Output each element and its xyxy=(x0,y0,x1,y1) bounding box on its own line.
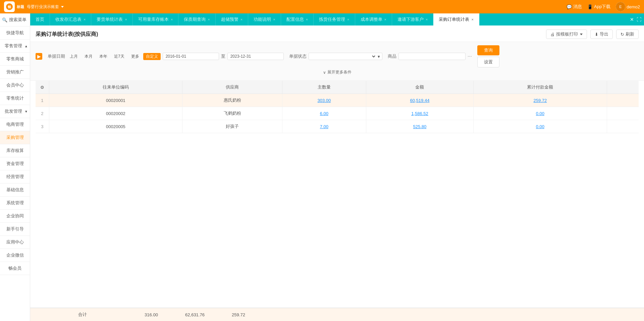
expand-more-button[interactable]: ∨ 展开更多条件 xyxy=(36,67,639,77)
tab-goods-stat[interactable]: 要货单统计表 × xyxy=(91,13,132,25)
goods-input[interactable] xyxy=(398,53,466,60)
sidebar-item-operations[interactable]: 经营管理 xyxy=(0,170,30,183)
col-amount: 金额 xyxy=(366,81,473,94)
workspace-dropdown-icon[interactable] xyxy=(61,6,64,8)
sidebar-item-member[interactable]: 会员中心 xyxy=(0,79,30,92)
logo-icon: 畅 xyxy=(4,1,15,12)
date-shortcut-custom[interactable]: 自定义 xyxy=(143,53,161,60)
tab-home[interactable]: 首页 xyxy=(30,13,50,25)
row-amount-1: 60,519.44 xyxy=(366,94,473,107)
sidebar-item-sys-manage[interactable]: 系统管理 xyxy=(0,197,30,210)
tab-close-receive-send[interactable]: × xyxy=(84,17,86,21)
tab-cost-adjust[interactable]: 成本调整单 × xyxy=(355,13,392,25)
date-range-separator: 至 xyxy=(221,53,225,59)
download-icon: 📱 xyxy=(587,4,593,9)
footer-amount: 62,631.76 xyxy=(173,312,217,317)
goods-filter-label: 商品 xyxy=(388,53,396,59)
date-shortcut-7days[interactable]: 近7天 xyxy=(111,53,127,60)
tab-close-purchase-stat[interactable]: × xyxy=(471,17,473,21)
sidebar: 🔍 搜索菜单 快捷导航 零售管理 ▲ 零售商城 营销推广 会员中心 零售统计 批… xyxy=(0,13,30,321)
sidebar-item-enterprise[interactable]: 企业协同 xyxy=(0,210,30,223)
refresh-button[interactable]: ↻ 刷新 xyxy=(616,30,639,39)
close-all-tabs-button[interactable]: ✕ xyxy=(630,17,634,22)
sidebar-search[interactable]: 🔍 搜索菜单 xyxy=(0,13,30,26)
tab-pick-task[interactable]: 拣货任务管理 × xyxy=(314,13,355,25)
row-code-2: 00020002 xyxy=(49,107,182,120)
svg-text:E: E xyxy=(620,5,622,9)
tab-close-config[interactable]: × xyxy=(306,17,308,21)
tab-inventory-ledger[interactable]: 可用量库存账本 × xyxy=(133,13,178,25)
row-amount-3: 525.80 xyxy=(366,120,473,133)
tab-close-func-desc[interactable]: × xyxy=(273,17,275,21)
tab-receive-send[interactable]: 收发存汇总表 × xyxy=(50,13,91,25)
tab-overstock[interactable]: 超储预警 × xyxy=(216,13,248,25)
filter-action-buttons: 查询 设置 xyxy=(477,45,499,67)
goods-more-icon[interactable]: ··· xyxy=(468,53,472,59)
tab-purchase-stat[interactable]: 采购订单统计表 × xyxy=(433,13,479,25)
workspace-title[interactable]: 母婴行业演示账套 xyxy=(27,4,64,10)
sidebar-item-marketing[interactable]: 营销推广 xyxy=(0,66,30,79)
status-filter-label: 单据状态 xyxy=(289,53,307,59)
footer-values: 316.00 62,631.76 259.72 xyxy=(129,312,260,317)
tab-close-inventory-ledger[interactable]: × xyxy=(171,17,173,21)
row-supplier-1: 惠氏奶粉 xyxy=(182,94,282,107)
search-button[interactable]: 查询 xyxy=(477,45,499,55)
export-button[interactable]: ⬇ 导出 xyxy=(590,30,613,39)
tab-close-pick-task[interactable]: × xyxy=(347,17,349,21)
col-extra xyxy=(607,81,639,94)
tab-warranty[interactable]: 保质期查询 × xyxy=(178,13,215,25)
page-title: 采购订单统计表(按供应商) xyxy=(36,31,98,38)
sidebar-item-inventory[interactable]: 库存核算 xyxy=(0,144,30,157)
tab-close-cost-adjust[interactable]: × xyxy=(384,17,386,21)
tab-func-desc[interactable]: 功能说明 × xyxy=(248,13,281,25)
refresh-icon: ↻ xyxy=(621,32,624,37)
table-wrapper: ⚙ 往来单位编码 供应商 主数量 金额 累计付款金额 1 xyxy=(30,81,644,308)
date-from-input[interactable] xyxy=(163,53,219,60)
filter-toggle-button[interactable]: ▶ xyxy=(36,53,42,60)
tab-config[interactable]: 配置信息 × xyxy=(281,13,314,25)
purchase-stat-table: ⚙ 往来单位编码 供应商 主数量 金额 累计付款金额 1 xyxy=(36,81,639,133)
sidebar-item-enterprise-wechat[interactable]: 企业微信 xyxy=(0,249,30,262)
tab-close-goods-stat[interactable]: × xyxy=(125,17,127,21)
sidebar-item-vip[interactable]: 畅会员 xyxy=(0,262,30,275)
sidebar-item-finance[interactable]: 资金管理 xyxy=(0,157,30,170)
date-filter-label: 单据日期 xyxy=(48,53,65,59)
settings-button[interactable]: 设置 xyxy=(477,57,499,67)
print-dropdown-icon xyxy=(580,34,583,35)
date-to-input[interactable] xyxy=(227,53,284,60)
sidebar-item-new-guide[interactable]: 新手引导 xyxy=(0,223,30,236)
sidebar-item-basic-info[interactable]: 基础信息 xyxy=(0,183,30,197)
row-quantity-1: 303.00 xyxy=(282,94,366,107)
sidebar-quick-nav[interactable]: 快捷导航 xyxy=(0,26,30,40)
status-select[interactable] xyxy=(311,54,376,59)
sidebar-item-ecommerce[interactable]: 电商管理 xyxy=(0,118,30,131)
date-shortcut-this-month[interactable]: 本月 xyxy=(82,53,95,60)
tab-close-overstock[interactable]: × xyxy=(240,17,243,21)
filter-goods-item: 商品 ··· xyxy=(388,53,472,60)
date-shortcut-last-month[interactable]: 上月 xyxy=(67,53,80,60)
footer-paid: 259.72 xyxy=(217,312,260,317)
date-shortcut-more[interactable]: 更多 xyxy=(128,53,142,60)
sidebar-item-app-center[interactable]: 应用中心 xyxy=(0,236,30,249)
page-header-actions: 🖨 按模板打印 ⬇ 导出 ↻ 刷新 xyxy=(546,30,639,39)
message-button[interactable]: 💬 消息 xyxy=(567,4,582,10)
date-shortcut-this-year[interactable]: 本年 xyxy=(97,53,110,60)
sidebar-item-retail-mall[interactable]: 零售商城 xyxy=(0,53,30,66)
tab-invite-downstream[interactable]: 邀请下游客户 × xyxy=(392,13,433,25)
user-menu-button[interactable]: E demo2 xyxy=(616,2,640,11)
fullscreen-button[interactable]: ⛶ xyxy=(637,17,641,22)
status-select-wrapper[interactable]: ▾ xyxy=(309,53,382,60)
sidebar-item-retail-stat[interactable]: 零售统计 xyxy=(0,92,30,105)
filter-area: ▶ 单据日期 上月 本月 本年 近7天 更多 自定义 至 xyxy=(30,42,644,81)
logo-text: 标题 xyxy=(17,4,24,9)
sidebar-item-retail[interactable]: 零售管理 ▲ xyxy=(0,40,30,53)
column-settings-icon[interactable]: ⚙ xyxy=(40,85,44,90)
print-button[interactable]: 🖨 按模板打印 xyxy=(546,30,587,39)
tab-close-warranty[interactable]: × xyxy=(208,17,210,21)
sidebar-item-wholesale[interactable]: 批发管理 ▼ xyxy=(0,105,30,118)
sidebar-item-purchase[interactable]: 采购管理 xyxy=(0,131,30,144)
main-layout: 🔍 搜索菜单 快捷导航 零售管理 ▲ 零售商城 营销推广 会员中心 零售统计 批… xyxy=(0,13,644,321)
tab-close-invite-downstream[interactable]: × xyxy=(426,17,428,21)
app-download-button[interactable]: 📱 App下载 xyxy=(587,4,610,10)
row-quantity-3: 7.00 xyxy=(282,120,366,133)
